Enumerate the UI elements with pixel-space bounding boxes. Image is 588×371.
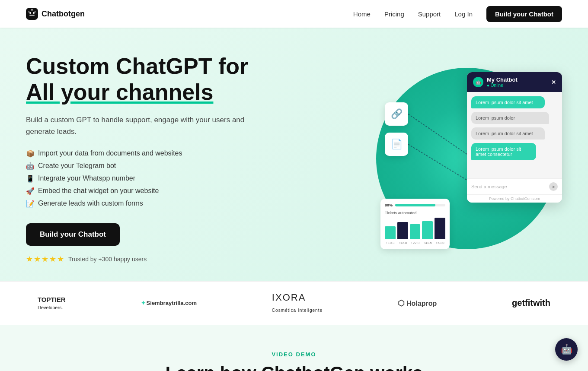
bar-1 bbox=[385, 226, 396, 239]
feature-emoji: 📱 bbox=[26, 174, 35, 183]
chart-val-2: +12.8 bbox=[397, 241, 408, 245]
video-section: VIDEO DEMO Learn how ChatbotGen works bbox=[0, 325, 588, 371]
feature-text: Embed the chat widget on your website bbox=[38, 187, 159, 195]
hero-title-accent: All your channels bbox=[26, 79, 213, 105]
pdf-icon: 📄 bbox=[391, 139, 403, 150]
feature-emoji: 📦 bbox=[26, 149, 35, 158]
chart-val-4: +41.5 bbox=[422, 241, 433, 245]
chat-bubble-3: Lorem ipsum dolor sit amet bbox=[471, 127, 545, 140]
chat-input-bar: Send a message ➤ bbox=[467, 178, 562, 194]
nav-login[interactable]: Log In bbox=[454, 10, 473, 18]
feature-item: 🤖 Create your Telegram bot bbox=[26, 162, 251, 170]
svg-rect-7 bbox=[35, 11, 35, 13]
navbar: Chatbotgen Home Pricing Support Log In B… bbox=[0, 0, 588, 28]
chat-info: My Chatbot ● Online bbox=[487, 76, 518, 88]
send-button[interactable]: ➤ bbox=[549, 182, 558, 191]
logo-holaprop: ⬡Holaprop bbox=[385, 298, 450, 308]
nav-links: Home Pricing Support Log In Build your C… bbox=[353, 6, 562, 22]
chart-bars bbox=[385, 218, 445, 239]
link-icon: 🔗 bbox=[391, 108, 403, 120]
trust-badge: ★★★★★ Trusted by +300 happy users bbox=[26, 254, 251, 264]
feature-text: Generate leads with custom forms bbox=[38, 200, 143, 207]
nav-home[interactable]: Home bbox=[353, 10, 371, 18]
chat-name: My Chatbot bbox=[487, 76, 518, 83]
nav-pricing[interactable]: Pricing bbox=[384, 10, 404, 18]
svg-rect-6 bbox=[29, 11, 29, 13]
svg-rect-3 bbox=[29, 15, 35, 16]
logo-siembra: ✦Siembraytrilla.com bbox=[128, 300, 210, 306]
hero-features: 📦 Import your data from documents and we… bbox=[26, 149, 251, 208]
progress-bar-wrap bbox=[395, 204, 445, 206]
bar-2 bbox=[397, 222, 408, 239]
close-icon[interactable]: ✕ bbox=[551, 79, 556, 86]
chat-header: 🤖 My Chatbot ● Online ✕ bbox=[467, 72, 562, 92]
feature-item: 📝 Generate leads with custom forms bbox=[26, 200, 251, 208]
feature-text: Create your Telegram bot bbox=[38, 162, 116, 170]
feature-item: 📦 Import your data from documents and we… bbox=[26, 149, 251, 158]
feature-item: 📱 Integrate your Whatspp number bbox=[26, 174, 251, 183]
feature-emoji: 📝 bbox=[26, 200, 35, 208]
chat-avatar: 🤖 bbox=[473, 77, 483, 87]
logo-icon bbox=[26, 8, 38, 20]
chatbot-fab[interactable]: 🤖 bbox=[555, 338, 578, 361]
chart-progress: 80% bbox=[385, 203, 445, 207]
floating-link-card: 🔗 bbox=[385, 102, 408, 126]
hero-content: Custom ChatGPT for All your channels Bui… bbox=[26, 54, 251, 264]
feature-text: Import your data from documents and webs… bbox=[38, 149, 182, 157]
chat-body: Lorem ipsum dolor sit amet Lorem ipsum d… bbox=[467, 92, 562, 178]
bar-3 bbox=[410, 224, 421, 239]
logos-strip: TOPTIERDevelopers. ✦Siembraytrilla.com I… bbox=[0, 281, 588, 325]
bar-5 bbox=[435, 218, 445, 239]
feature-emoji: 🚀 bbox=[26, 187, 35, 195]
chart-label: Tickets automated bbox=[385, 211, 445, 215]
floating-pdf-card: 📄 bbox=[385, 133, 408, 156]
feature-item: 🚀 Embed the chat widget on your website bbox=[26, 187, 251, 195]
chat-status: ● Online bbox=[487, 83, 518, 88]
chart-numbers: +10.3 +12.8 +22.8 +41.5 +63.0 bbox=[385, 241, 445, 245]
nav-support[interactable]: Support bbox=[418, 10, 441, 18]
logo-ixora: IXORACosmética Inteligente bbox=[259, 292, 336, 314]
svg-point-1 bbox=[29, 12, 31, 14]
trust-text: Trusted by +300 happy users bbox=[68, 256, 147, 263]
svg-point-5 bbox=[32, 9, 33, 10]
chat-bubble-4: Lorem ipsum dolor sit amet consectetur bbox=[471, 143, 536, 160]
video-label: VIDEO DEMO bbox=[26, 351, 562, 358]
hero-cta-button[interactable]: Build your Chatbot bbox=[26, 223, 120, 246]
nav-cta-button[interactable]: Build your Chatbot bbox=[486, 6, 562, 22]
chart-val-1: +10.3 bbox=[385, 241, 396, 245]
logo-toptier: TOPTIERDevelopers. bbox=[25, 296, 79, 311]
powered-bar: Powered by ChatbotGen.com bbox=[467, 194, 562, 203]
hero-visual: 🔗 📄 🤖 My Chatbot ● Online ✕ bbox=[372, 59, 562, 258]
fab-icon: 🤖 bbox=[561, 344, 572, 355]
chat-bubble-2: Lorem ipsum dolor bbox=[471, 112, 549, 124]
hero-section: Custom ChatGPT for All your channels Bui… bbox=[0, 28, 588, 281]
chat-input-placeholder[interactable]: Send a message bbox=[471, 184, 507, 189]
feature-emoji: 🤖 bbox=[26, 162, 35, 170]
chart-val-3: +22.8 bbox=[410, 241, 421, 245]
chart-val-5: +63.0 bbox=[435, 241, 445, 245]
logo[interactable]: Chatbotgen bbox=[26, 8, 85, 20]
bar-4 bbox=[422, 221, 433, 239]
hero-subtitle: Build a custom GPT to handle support, en… bbox=[26, 114, 251, 137]
chart-card: 80% Tickets automated +10.3 +12.8 +22.8 bbox=[380, 199, 450, 249]
chat-window: 🤖 My Chatbot ● Online ✕ Lorem ipsum dolo… bbox=[467, 72, 562, 203]
hero-title: Custom ChatGPT for All your channels bbox=[26, 54, 251, 105]
logo-getfit: getfitwith bbox=[499, 298, 563, 308]
progress-label: 80% bbox=[385, 203, 393, 207]
feature-text: Integrate your Whatspp number bbox=[38, 174, 135, 182]
chat-header-left: 🤖 My Chatbot ● Online bbox=[473, 76, 518, 88]
logo-text: Chatbotgen bbox=[42, 10, 85, 19]
progress-bar-fill bbox=[395, 204, 435, 206]
star-rating: ★★★★★ bbox=[26, 254, 65, 264]
video-title: Learn how ChatbotGen works bbox=[26, 363, 562, 371]
svg-point-2 bbox=[33, 12, 35, 14]
chart-area: +10.3 +12.8 +22.8 +41.5 +63.0 bbox=[385, 218, 445, 245]
chat-bubble-1: Lorem ipsum dolor sit amet bbox=[471, 96, 545, 108]
